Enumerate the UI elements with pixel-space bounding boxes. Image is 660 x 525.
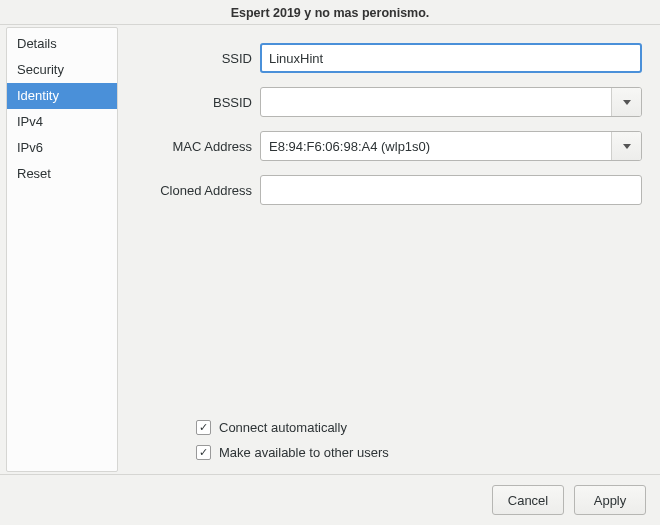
checkbox-icon: ✓ [196, 420, 211, 435]
chevron-down-icon [623, 144, 631, 149]
row-bssid: BSSID [136, 87, 642, 117]
mac-label: MAC Address [136, 139, 252, 154]
mac-dropdown-button[interactable] [611, 132, 641, 160]
bssid-dropdown-button[interactable] [611, 88, 641, 116]
settings-window: Espert 2019 y no mas peronismo. Details … [0, 0, 660, 525]
ssid-input[interactable] [260, 43, 642, 73]
cloned-input-wrap [260, 175, 642, 205]
dialog-footer: Cancel Apply [0, 474, 660, 525]
row-cloned: Cloned Address [136, 175, 642, 205]
window-body: Details Security Identity IPv4 IPv6 Rese… [0, 24, 660, 474]
cloned-input[interactable] [260, 175, 642, 205]
bssid-label: BSSID [136, 95, 252, 110]
mac-combo[interactable] [260, 131, 642, 161]
sidebar-item-ipv4[interactable]: IPv4 [7, 109, 117, 135]
sidebar-item-label: Reset [17, 166, 51, 181]
sidebar-item-label: IPv6 [17, 140, 43, 155]
bssid-input[interactable] [261, 88, 611, 116]
sidebar-item-identity[interactable]: Identity [7, 83, 117, 109]
sidebar-item-label: Identity [17, 88, 59, 103]
cloned-label: Cloned Address [136, 183, 252, 198]
sidebar-item-label: IPv4 [17, 114, 43, 129]
ssid-label: SSID [136, 51, 252, 66]
connect-automatically-checkbox[interactable]: ✓ Connect automatically [196, 420, 642, 435]
sidebar-item-security[interactable]: Security [7, 57, 117, 83]
chevron-down-icon [623, 100, 631, 105]
checkbox-group: ✓ Connect automatically ✓ Make available… [136, 420, 642, 474]
checkbox-label: Make available to other users [219, 445, 389, 460]
sidebar: Details Security Identity IPv4 IPv6 Rese… [6, 27, 118, 472]
sidebar-item-reset[interactable]: Reset [7, 161, 117, 187]
sidebar-item-label: Security [17, 62, 64, 77]
mac-input[interactable] [261, 132, 611, 160]
sidebar-item-label: Details [17, 36, 57, 51]
sidebar-item-ipv6[interactable]: IPv6 [7, 135, 117, 161]
row-ssid: SSID [136, 43, 642, 73]
checkbox-label: Connect automatically [219, 420, 347, 435]
content-pane: SSID BSSID MAC Address [118, 25, 660, 474]
identity-form: SSID BSSID MAC Address [136, 35, 642, 205]
ssid-input-wrap [260, 43, 642, 73]
sidebar-item-details[interactable]: Details [7, 31, 117, 57]
make-available-checkbox[interactable]: ✓ Make available to other users [196, 445, 642, 460]
apply-button[interactable]: Apply [574, 485, 646, 515]
checkbox-icon: ✓ [196, 445, 211, 460]
window-title: Espert 2019 y no mas peronismo. [0, 0, 660, 24]
bssid-combo[interactable] [260, 87, 642, 117]
cancel-button[interactable]: Cancel [492, 485, 564, 515]
row-mac: MAC Address [136, 131, 642, 161]
spacer [136, 205, 642, 420]
